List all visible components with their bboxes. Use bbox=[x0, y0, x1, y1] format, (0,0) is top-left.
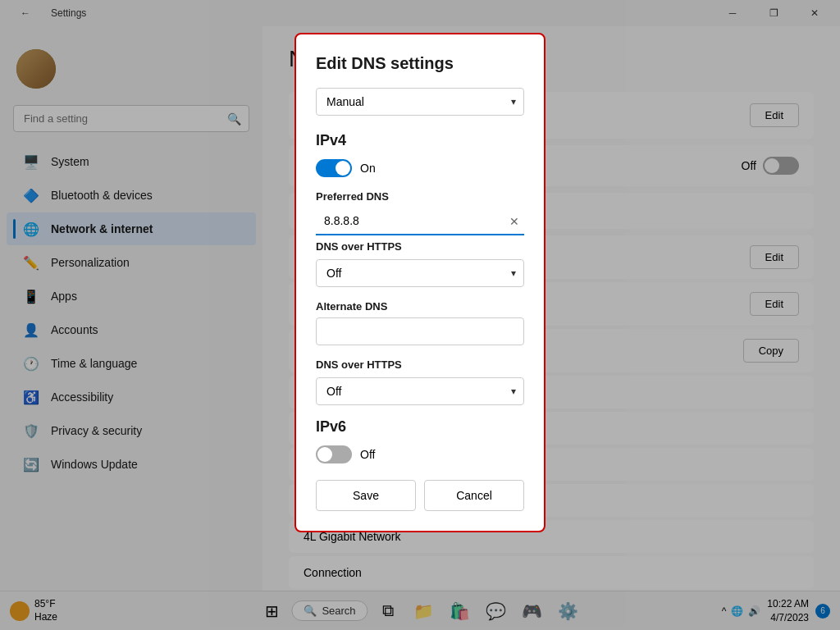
dialog-title: Edit DNS settings bbox=[316, 54, 524, 73]
save-button[interactable]: Save bbox=[316, 480, 416, 511]
ipv4-section-title: IPv4 bbox=[316, 132, 524, 149]
ipv6-toggle-row: Off bbox=[316, 445, 524, 463]
cancel-button[interactable]: Cancel bbox=[424, 480, 524, 511]
mode-select[interactable]: Manual Automatic (DHCP) bbox=[316, 88, 524, 116]
mode-select-wrap[interactable]: Manual Automatic (DHCP) ▾ bbox=[316, 88, 524, 116]
preferred-dns-input[interactable] bbox=[316, 208, 524, 235]
alternate-dns-https-wrap[interactable]: Off On (automatic template) On (manual t… bbox=[316, 377, 524, 405]
ipv6-section-title: IPv6 bbox=[316, 418, 524, 436]
ipv4-toggle[interactable] bbox=[316, 159, 352, 177]
dialog-actions: Save Cancel bbox=[316, 480, 524, 511]
overlay: Edit DNS settings Manual Automatic (DHCP… bbox=[0, 0, 840, 630]
ipv6-toggle[interactable] bbox=[316, 445, 352, 463]
preferred-dns-https-wrap[interactable]: Off On (automatic template) On (manual t… bbox=[316, 259, 524, 287]
alternate-dns-input[interactable] bbox=[316, 317, 524, 345]
ipv4-toggle-label: On bbox=[360, 162, 376, 175]
ipv4-toggle-row: On bbox=[316, 159, 524, 177]
preferred-dns-https-select[interactable]: Off On (automatic template) On (manual t… bbox=[316, 259, 524, 287]
ipv6-toggle-label: Off bbox=[360, 448, 375, 461]
alternate-dns-label: Alternate DNS bbox=[316, 300, 524, 313]
preferred-dns-https-label: DNS over HTTPS bbox=[316, 240, 524, 253]
preferred-dns-label: Preferred DNS bbox=[316, 190, 524, 203]
preferred-dns-field-wrap[interactable]: ✕ bbox=[316, 208, 524, 235]
preferred-dns-clear-icon[interactable]: ✕ bbox=[509, 215, 519, 228]
alternate-dns-https-label: DNS over HTTPS bbox=[316, 358, 524, 371]
alternate-dns-https-select[interactable]: Off On (automatic template) On (manual t… bbox=[316, 377, 524, 405]
edit-dns-dialog: Edit DNS settings Manual Automatic (DHCP… bbox=[294, 33, 546, 532]
